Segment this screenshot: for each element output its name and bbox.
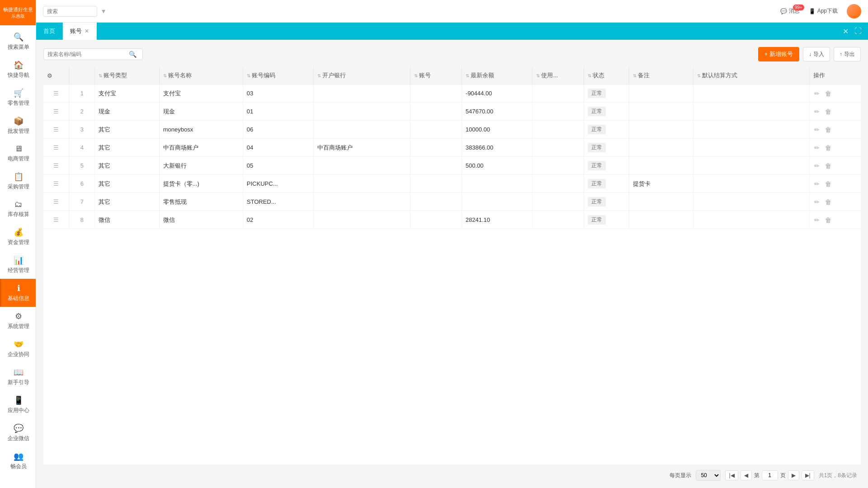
- delete-button-2[interactable]: 🗑: [824, 125, 832, 134]
- sidebar-item-basic-info[interactable]: ℹ基础信息: [0, 279, 36, 307]
- col-header-name[interactable]: ⇅账号名称: [159, 67, 243, 84]
- delete-button-4[interactable]: 🗑: [824, 161, 832, 170]
- col-header-seq: [69, 67, 95, 84]
- sort-icon-account: ⇅: [414, 73, 418, 78]
- first-page-button[interactable]: |◀: [725, 470, 738, 480]
- search-button[interactable]: 🔍: [129, 51, 137, 58]
- sidebar-item-new-guide[interactable]: 📖新手引导: [0, 363, 36, 391]
- import-icon: ↓: [809, 51, 811, 57]
- sidebar-item-inventory-mgmt[interactable]: 🗂库存核算: [0, 195, 36, 223]
- sidebar-label-enterprise-wechat: 企业微信: [8, 435, 29, 442]
- sidebar-item-wholesale-mgmt[interactable]: 📦批发管理: [0, 112, 36, 140]
- edit-button-0[interactable]: ✏: [813, 89, 821, 98]
- row-balance-3: 383866.00: [462, 139, 533, 157]
- sidebar-item-purchase-mgmt[interactable]: 📋采购管理: [0, 167, 36, 195]
- row-action-6: ✏ 🗑: [809, 193, 861, 211]
- sidebar-item-enterprise-agreement[interactable]: 🤝企业协同: [0, 335, 36, 363]
- col-header-code[interactable]: ⇅账号编码: [243, 67, 314, 84]
- row-settings-0[interactable]: ☰: [43, 84, 69, 103]
- col-header-balance[interactable]: ⇅最新余额: [462, 67, 533, 84]
- delete-button-0[interactable]: 🗑: [824, 89, 832, 98]
- sidebar-item-app-center[interactable]: 📱应用中心: [0, 391, 36, 419]
- tab-close-accounts[interactable]: ✕: [85, 28, 89, 34]
- col-header-account[interactable]: ⇅账号: [410, 67, 462, 84]
- page-input[interactable]: [762, 470, 778, 480]
- col-header-usage[interactable]: ⇅使用...: [533, 67, 584, 84]
- row-seq-0: 1: [69, 84, 95, 103]
- row-settings-6[interactable]: ☰: [43, 193, 69, 211]
- total-info: 共1页，8条记录: [819, 472, 857, 479]
- row-settings-5[interactable]: ☰: [43, 175, 69, 193]
- row-default-payment-1: [693, 103, 809, 121]
- edit-button-3[interactable]: ✏: [813, 143, 821, 152]
- row-settings-1[interactable]: ☰: [43, 103, 69, 121]
- delete-button-7[interactable]: 🗑: [824, 216, 832, 225]
- delete-button-6[interactable]: 🗑: [824, 197, 832, 206]
- row-usage-0: [533, 84, 584, 103]
- table-header: ⚙⇅账号类型⇅账号名称⇅账号编码⇅开户银行⇅账号⇅最新余额⇅使用...⇅状态⇅备…: [43, 67, 861, 84]
- col-header-bank[interactable]: ⇅开户银行: [314, 67, 410, 84]
- row-type-0: 支付宝: [95, 84, 159, 103]
- edit-button-7[interactable]: ✏: [813, 216, 821, 225]
- row-bank-6: [314, 193, 410, 211]
- row-status-4: 正常: [584, 157, 629, 175]
- col-header-action: 操作: [809, 67, 861, 84]
- row-settings-2[interactable]: ☰: [43, 121, 69, 139]
- row-seq-4: 5: [69, 157, 95, 175]
- action-btns-7: ✏ 🗑: [813, 216, 857, 225]
- search-input[interactable]: [47, 51, 129, 57]
- edit-button-2[interactable]: ✏: [813, 125, 821, 134]
- col-header-default_payment[interactable]: ⇅默认结算方式: [693, 67, 809, 84]
- prev-page-button[interactable]: ◀: [741, 470, 752, 480]
- delete-button-3[interactable]: 🗑: [824, 143, 832, 152]
- status-badge-0: 正常: [588, 89, 606, 98]
- per-page-select[interactable]: 50 100 200: [696, 470, 721, 481]
- row-settings-3[interactable]: ☰: [43, 139, 69, 157]
- sort-icon-bank: ⇅: [317, 73, 321, 78]
- sort-icon-name: ⇅: [163, 73, 167, 78]
- next-page-button[interactable]: ▶: [788, 470, 799, 480]
- sidebar-item-member[interactable]: 👥畅会员: [0, 447, 36, 475]
- row-code-5: PICKUPC...: [243, 175, 314, 193]
- table-body: ☰ 1 支付宝 支付宝 03 -90444.00 正常 ✏ 🗑 ☰ 2 现金 现…: [43, 84, 861, 229]
- col-header-remark[interactable]: ⇅备注: [629, 67, 693, 84]
- col-header-status[interactable]: ⇅状态: [584, 67, 629, 84]
- delete-button-5[interactable]: 🗑: [824, 179, 832, 188]
- app-download-button[interactable]: 📱 App下载: [809, 7, 838, 15]
- add-account-button[interactable]: + 新增账号: [758, 47, 799, 61]
- row-bank-4: [314, 157, 410, 175]
- top-dropdown-icon[interactable]: ▾: [102, 7, 105, 15]
- sidebar-item-search-menu[interactable]: 🔍搜索菜单: [0, 28, 36, 56]
- row-seq-3: 4: [69, 139, 95, 157]
- sidebar-item-finance-mgmt[interactable]: 💰资金管理: [0, 223, 36, 251]
- row-settings-7[interactable]: ☰: [43, 211, 69, 229]
- user-avatar[interactable]: [847, 4, 861, 19]
- sidebar-item-quick-nav[interactable]: 🏠快捷导航: [0, 56, 36, 84]
- edit-button-6[interactable]: ✏: [813, 197, 821, 206]
- edit-button-4[interactable]: ✏: [813, 161, 821, 170]
- col-header-type[interactable]: ⇅账号类型: [95, 67, 159, 84]
- top-search-input[interactable]: [43, 6, 97, 17]
- export-button[interactable]: ↑ 导出: [834, 47, 861, 61]
- sidebar-item-retail-mgmt[interactable]: 🛒零售管理: [0, 84, 36, 112]
- row-name-3: 中百商场账户: [159, 139, 243, 157]
- last-page-button[interactable]: ▶|: [802, 470, 814, 480]
- sidebar-item-operations-mgmt[interactable]: 📊经营管理: [0, 251, 36, 279]
- import-button[interactable]: ↓ 导入: [803, 47, 830, 61]
- tab-accounts[interactable]: 账号✕: [63, 23, 97, 40]
- table-row: ☰ 5 其它 大新银行 05 500.00 正常 ✏ 🗑: [43, 157, 861, 175]
- edit-button-5[interactable]: ✏: [813, 179, 821, 188]
- sidebar-item-ecommerce-mgmt[interactable]: 🖥电商管理: [0, 140, 36, 167]
- row-status-3: 正常: [584, 139, 629, 157]
- logo-area: 畅捷通好生意 乐惠版: [0, 0, 36, 25]
- row-settings-4[interactable]: ☰: [43, 157, 69, 175]
- sidebar-item-system-mgmt[interactable]: ⚙系统管理: [0, 307, 36, 335]
- row-bank-1: [314, 103, 410, 121]
- message-button[interactable]: 💬 消息 99+: [780, 7, 800, 15]
- sidebar-item-enterprise-wechat[interactable]: 💬企业微信: [0, 419, 36, 447]
- tab-expand-button[interactable]: ⛶: [853, 25, 863, 37]
- delete-button-1[interactable]: 🗑: [824, 107, 832, 116]
- tab-home[interactable]: 首页: [36, 23, 63, 40]
- tab-close-all-button[interactable]: ✕: [841, 25, 850, 38]
- edit-button-1[interactable]: ✏: [813, 107, 821, 116]
